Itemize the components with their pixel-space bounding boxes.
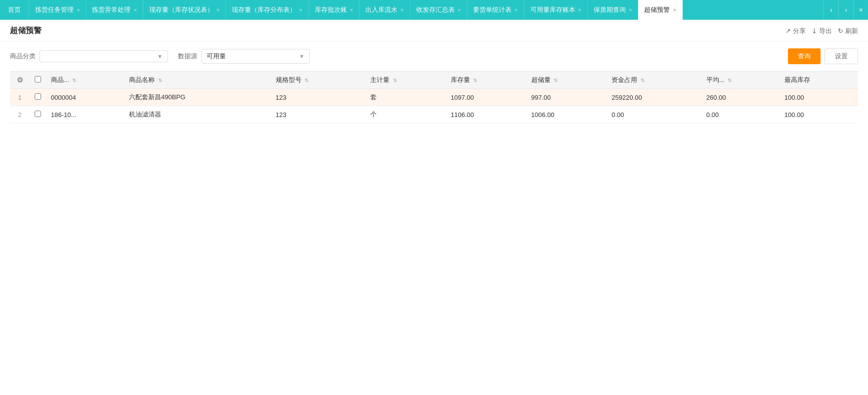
settings-button[interactable]: 设置 bbox=[825, 48, 858, 64]
tab-2[interactable]: 拣货异常处理 × bbox=[86, 0, 143, 20]
category-label: 商品分类 bbox=[10, 52, 36, 61]
header-actions: ↗ 分享 ⤓ 导出 ↻ 刷新 bbox=[785, 27, 858, 36]
tab-1[interactable]: 拣货任务管理 × bbox=[29, 0, 86, 20]
category-chevron-icon: ▼ bbox=[157, 53, 163, 59]
col-header-max[interactable]: 最高库存 bbox=[780, 72, 858, 89]
cell-product-code: 0000004 bbox=[46, 89, 124, 106]
cell-avg: 0.00 bbox=[701, 106, 780, 123]
tab-close-4[interactable]: × bbox=[299, 7, 302, 13]
tab-close-3[interactable]: × bbox=[217, 7, 219, 13]
sort-icon-overflow: ⇅ bbox=[554, 78, 558, 83]
cell-checkbox[interactable] bbox=[30, 106, 46, 123]
col-header-spec[interactable]: 规格型号 ⇅ bbox=[271, 72, 365, 89]
sort-icon-unit: ⇅ bbox=[393, 78, 397, 83]
datasource-label: 数据源 bbox=[178, 52, 197, 61]
col-header-capital[interactable]: 资金占用 ⇅ bbox=[607, 72, 701, 89]
sort-icon-stock: ⇅ bbox=[473, 78, 477, 83]
cell-capital: 0.00 bbox=[607, 106, 701, 123]
table-row: 1 0000004 六配套新昌490BPG 123 套 1097.00 997.… bbox=[10, 89, 858, 106]
select-all-checkbox[interactable] bbox=[35, 76, 41, 82]
sort-icon-capital: ⇅ bbox=[641, 78, 645, 83]
share-button[interactable]: ↗ 分享 bbox=[785, 27, 806, 36]
cell-checkbox[interactable] bbox=[30, 89, 46, 106]
col-header-avg[interactable]: 平均... ⇅ bbox=[701, 72, 780, 89]
table-header-row: ⚙ 商品... ⇅ 商品名称 ⇅ 规格型号 ⇅ bbox=[10, 72, 858, 89]
sort-icon-spec: ⇅ bbox=[304, 78, 308, 83]
cell-spec: 123 bbox=[271, 89, 365, 106]
tab-close-9[interactable]: × bbox=[578, 7, 581, 13]
cell-product-name: 机油滤清器 bbox=[124, 106, 271, 123]
query-button[interactable]: 查询 bbox=[788, 48, 821, 64]
tab-3[interactable]: 现存量（库存状况表） × bbox=[143, 0, 226, 20]
page-header: 超储预警 ↗ 分享 ⤓ 导出 ↻ 刷新 bbox=[0, 20, 868, 41]
row-checkbox[interactable] bbox=[35, 93, 41, 100]
col-header-stock[interactable]: 库存量 ⇅ bbox=[446, 72, 526, 89]
tab-6[interactable]: 出入库流水 × bbox=[359, 0, 410, 20]
tab-4[interactable]: 现存量（库存分布表） × bbox=[226, 0, 308, 20]
tab-close-1[interactable]: × bbox=[77, 7, 80, 13]
datasource-filter: 数据源 可用量 ▼ bbox=[178, 49, 310, 64]
tab-close-2[interactable]: × bbox=[133, 7, 136, 13]
page-container: 超储预警 ↗ 分享 ⤓ 导出 ↻ 刷新 商品分类 ▼ 数据源 bbox=[0, 20, 868, 395]
cell-product-code: 186-10... bbox=[46, 106, 124, 123]
filter-bar: 商品分类 ▼ 数据源 可用量 ▼ 查询 设置 bbox=[0, 41, 868, 71]
nav-home[interactable]: 首页 bbox=[0, 0, 29, 20]
tab-9[interactable]: 可用量库存账本 × bbox=[524, 0, 588, 20]
cell-max: 100.00 bbox=[780, 89, 858, 106]
page-title: 超储预警 bbox=[10, 26, 42, 36]
tab-5[interactable]: 库存批次账 × bbox=[309, 0, 359, 20]
nav-arrow-right[interactable]: › bbox=[838, 0, 853, 20]
cell-max: 100.00 bbox=[780, 106, 858, 123]
sort-icon-product-code: ⇅ bbox=[72, 78, 76, 83]
cell-capital: 259220.00 bbox=[607, 89, 701, 106]
col-header-overflow[interactable]: 超储量 ⇅ bbox=[526, 72, 607, 89]
tab-10[interactable]: 保质期查询 × bbox=[588, 0, 638, 20]
nav-arrow-close[interactable]: × bbox=[853, 0, 868, 20]
col-header-product-code[interactable]: 商品... ⇅ bbox=[46, 72, 124, 89]
nav-arrow-left[interactable]: ‹ bbox=[824, 0, 838, 20]
cell-overflow: 1006.00 bbox=[526, 106, 607, 123]
cell-product-name: 六配套新昌490BPG bbox=[124, 89, 271, 106]
datasource-chevron-icon: ▼ bbox=[299, 53, 304, 59]
category-select[interactable]: ▼ bbox=[40, 50, 168, 62]
tab-7[interactable]: 收发存汇总表 × bbox=[410, 0, 467, 20]
nav-arrows: ‹ › × bbox=[824, 0, 868, 20]
cell-overflow: 997.00 bbox=[526, 89, 607, 106]
top-navigation: 首页 拣货任务管理 × 拣货异常处理 × 现存量（库存状况表） × 现存量（库存… bbox=[0, 0, 868, 20]
tab-close-7[interactable]: × bbox=[458, 7, 461, 13]
col-header-product-name[interactable]: 商品名称 ⇅ bbox=[124, 72, 271, 89]
cell-spec: 123 bbox=[271, 106, 365, 123]
table-body: 1 0000004 六配套新昌490BPG 123 套 1097.00 997.… bbox=[10, 89, 858, 123]
share-icon: ↗ bbox=[785, 27, 791, 35]
datasource-value: 可用量 bbox=[207, 52, 226, 61]
datasource-select[interactable]: 可用量 ▼ bbox=[201, 49, 310, 64]
sort-icon-product-name: ⇅ bbox=[158, 78, 162, 83]
tab-8[interactable]: 要货单统计表 × bbox=[467, 0, 524, 20]
filter-actions: 查询 设置 bbox=[788, 48, 858, 64]
table-row: 2 186-10... 机油滤清器 123 个 1106.00 1006.00 … bbox=[10, 106, 858, 123]
cell-unit: 套 bbox=[365, 89, 446, 106]
cell-stock: 1097.00 bbox=[446, 89, 526, 106]
col-header-unit[interactable]: 主计量 ⇅ bbox=[365, 72, 446, 89]
cell-unit: 个 bbox=[365, 106, 446, 123]
tab-11[interactable]: 超储预警 × bbox=[638, 0, 682, 20]
table-container: ⚙ 商品... ⇅ 商品名称 ⇅ 规格型号 ⇅ bbox=[0, 71, 868, 123]
category-filter: 商品分类 ▼ bbox=[10, 50, 168, 62]
export-button[interactable]: ⤓ 导出 bbox=[812, 27, 832, 36]
tab-close-11[interactable]: × bbox=[673, 7, 676, 13]
refresh-button[interactable]: ↻ 刷新 bbox=[838, 27, 858, 36]
refresh-icon: ↻ bbox=[838, 27, 843, 35]
col-gear: ⚙ bbox=[10, 72, 30, 89]
tab-close-8[interactable]: × bbox=[515, 7, 518, 13]
export-icon: ⤓ bbox=[812, 27, 817, 35]
cell-avg: 260.00 bbox=[701, 89, 780, 106]
cell-stock: 1106.00 bbox=[446, 106, 526, 123]
row-checkbox[interactable] bbox=[35, 111, 41, 117]
tab-close-6[interactable]: × bbox=[400, 7, 403, 13]
data-table: ⚙ 商品... ⇅ 商品名称 ⇅ 规格型号 ⇅ bbox=[10, 71, 858, 123]
gear-icon[interactable]: ⚙ bbox=[17, 76, 23, 84]
tab-close-10[interactable]: × bbox=[629, 7, 632, 13]
tab-close-5[interactable]: × bbox=[350, 7, 353, 13]
cell-index: 1 bbox=[10, 89, 30, 106]
sort-icon-avg: ⇅ bbox=[728, 78, 732, 83]
